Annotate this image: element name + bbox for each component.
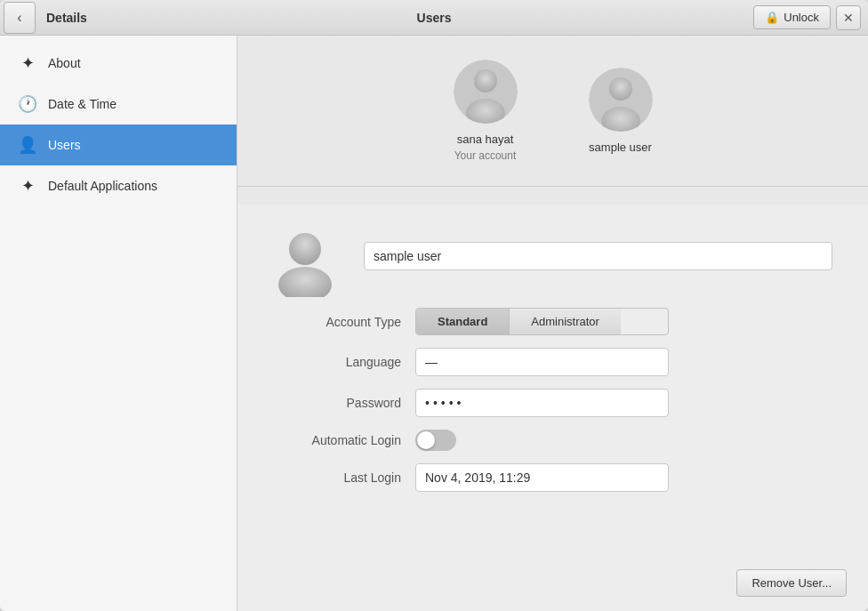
language-input[interactable]	[415, 348, 669, 376]
clock-icon: 🕐	[18, 94, 37, 114]
main-window: ‹ Details Users 🔒 Unlock ✕ ✦ About 🕐 Dat…	[0, 0, 868, 611]
user-detail-form: Account Type Standard Administrator Lang…	[237, 205, 868, 526]
auto-login-label: Automatic Login	[273, 433, 415, 447]
users-title: Users	[417, 11, 452, 25]
user-subtitle-sana: Your account	[454, 149, 517, 162]
language-label: Language	[273, 355, 415, 369]
back-icon: ‹	[17, 10, 21, 26]
sidebar-item-datetime[interactable]: 🕐 Date & Time	[0, 84, 237, 125]
sidebar: ✦ About 🕐 Date & Time 👤 Users ✦ Default …	[0, 36, 237, 611]
sidebar-item-label-about: About	[48, 56, 81, 70]
bottom-bar: Remove User...	[237, 555, 868, 611]
svg-point-7	[278, 267, 332, 297]
detail-avatar	[273, 226, 337, 290]
user-name-sample: sample user	[589, 141, 652, 154]
account-type-control: Standard Administrator	[415, 308, 669, 335]
right-panel: sana hayat Your account	[237, 36, 868, 611]
close-icon: ✕	[843, 11, 854, 25]
auto-login-control	[415, 430, 669, 451]
users-icon: 👤	[18, 135, 37, 155]
account-type-row: Account Type Standard Administrator	[273, 308, 832, 335]
user-name-sana: sana hayat	[457, 133, 514, 146]
account-type-label: Account Type	[273, 315, 415, 329]
administrator-option[interactable]: Administrator	[510, 309, 621, 334]
last-login-label: Last Login	[273, 470, 415, 485]
svg-point-6	[289, 233, 321, 265]
standard-option[interactable]: Standard	[416, 309, 510, 334]
password-input[interactable]	[415, 389, 669, 417]
avatar-sana	[454, 60, 518, 124]
user-detail-top	[273, 226, 832, 290]
unlock-label: Unlock	[784, 11, 819, 24]
password-label: Password	[273, 396, 415, 410]
sidebar-item-label-default-apps: Default Applications	[48, 179, 157, 193]
password-row: Password	[273, 389, 832, 417]
back-button[interactable]: ‹	[4, 2, 36, 34]
auto-login-toggle[interactable]	[415, 430, 456, 451]
sidebar-item-about[interactable]: ✦ About	[0, 43, 237, 84]
svg-point-4	[609, 77, 632, 100]
close-button[interactable]: ✕	[836, 5, 861, 30]
about-icon: ✦	[18, 53, 37, 73]
auto-login-row: Automatic Login	[273, 430, 832, 451]
last-login-row: Last Login	[273, 463, 832, 492]
sidebar-item-default-apps[interactable]: ✦ Default Applications	[0, 165, 237, 206]
pointer-container	[237, 187, 868, 205]
user-card-sample[interactable]: sample user	[589, 68, 653, 154]
last-login-control	[415, 463, 669, 492]
sidebar-item-label-users: Users	[48, 138, 81, 152]
main-content: ✦ About 🕐 Date & Time 👤 Users ✦ Default …	[0, 36, 868, 611]
account-type-toggle: Standard Administrator	[415, 308, 669, 335]
password-control	[415, 389, 669, 417]
last-login-input	[415, 463, 669, 492]
user-card-sana[interactable]: sana hayat Your account	[454, 60, 518, 162]
titlebar: ‹ Details Users 🔒 Unlock ✕	[0, 0, 868, 36]
sidebar-item-users[interactable]: 👤 Users	[0, 125, 237, 165]
avatar-sample	[589, 68, 653, 132]
language-row: Language	[273, 348, 832, 376]
svg-point-1	[474, 69, 497, 92]
remove-user-button[interactable]: Remove User...	[736, 569, 847, 597]
lock-icon: 🔒	[765, 11, 779, 24]
titlebar-controls: 🔒 Unlock ✕	[753, 5, 868, 30]
language-control	[415, 348, 669, 376]
default-apps-icon: ✦	[18, 176, 37, 196]
unlock-button[interactable]: 🔒 Unlock	[753, 5, 831, 29]
details-title: Details	[39, 11, 244, 25]
users-header: sana hayat Your account	[237, 36, 868, 187]
username-input[interactable]	[364, 242, 832, 270]
sidebar-item-label-datetime: Date & Time	[48, 97, 117, 111]
